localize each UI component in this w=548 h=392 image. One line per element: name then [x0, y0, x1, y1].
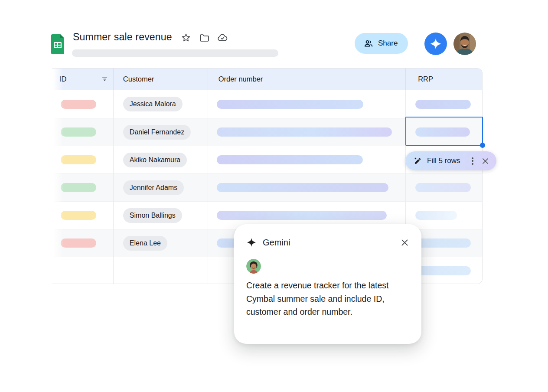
cell-id[interactable] — [52, 118, 114, 146]
page-canvas: Summer sale revenue — [0, 0, 548, 392]
table-row: Jennifer Adams — [52, 173, 482, 201]
cell-customer[interactable]: Akiko Nakamura — [114, 146, 208, 173]
column-header-label: Order number — [219, 75, 263, 83]
google-sheets-icon — [51, 34, 64, 54]
customer-name-chip: Daniel Fernandez — [123, 125, 191, 140]
star-icon[interactable] — [180, 32, 192, 43]
order-placeholder-bar — [217, 183, 388, 192]
customer-name-chip: Simon Ballings — [123, 208, 182, 223]
order-placeholder-bar — [217, 127, 392, 137]
cloud-saved-icon[interactable] — [217, 32, 228, 43]
gemini-star-icon — [246, 237, 257, 248]
fill-rows-chip: Fill 5 rows — [405, 151, 496, 170]
id-placeholder-pill — [61, 238, 96, 248]
fill-handle-dot[interactable] — [480, 143, 485, 148]
table-header-row: IDCustomerOrder numberRRP — [52, 69, 482, 90]
column-header-rrp[interactable]: RRP — [406, 69, 482, 90]
rrp-placeholder-bar — [415, 183, 471, 192]
cell-id[interactable] — [52, 90, 114, 118]
table-row: Jessica Malora — [52, 90, 482, 118]
cell-customer[interactable]: Jessica Malora — [114, 90, 208, 118]
cell-order-number[interactable] — [208, 174, 406, 201]
more-options-icon[interactable] — [469, 156, 476, 166]
cell-rrp-selected[interactable] — [406, 118, 482, 146]
cell-customer[interactable] — [114, 257, 208, 284]
fill-rows-label[interactable]: Fill 5 rows — [427, 157, 460, 165]
cell-customer[interactable]: Simon Ballings — [114, 202, 208, 229]
column-header-label: RRP — [418, 75, 433, 83]
rrp-placeholder-bar — [415, 211, 457, 220]
gemini-spark-button[interactable] — [424, 33, 447, 55]
cell-id[interactable] — [52, 229, 114, 257]
cell-rrp[interactable] — [406, 202, 482, 229]
user-avatar[interactable] — [453, 33, 476, 55]
cell-id[interactable] — [52, 257, 114, 284]
id-placeholder-pill — [61, 127, 96, 137]
order-placeholder-bar — [217, 100, 363, 109]
cell-customer[interactable]: Daniel Fernandez — [114, 118, 208, 146]
gemini-dialog-header: Gemini — [246, 237, 409, 248]
document-title[interactable]: Summer sale revenue — [73, 31, 172, 43]
filter-icon[interactable] — [101, 76, 108, 82]
column-header-label: ID — [59, 75, 67, 83]
id-placeholder-pill — [61, 183, 96, 192]
rrp-placeholder-bar — [415, 127, 470, 137]
magic-pen-icon — [413, 157, 422, 166]
rrp-placeholder-bar — [415, 238, 471, 248]
gemini-spark-icon — [429, 37, 442, 50]
customer-name-chip: Jessica Malora — [123, 97, 183, 111]
column-header-customer[interactable]: Customer — [114, 69, 208, 90]
cell-id[interactable] — [52, 202, 114, 229]
folder-move-icon[interactable] — [199, 32, 210, 43]
column-header-order-number[interactable]: Order number — [208, 69, 406, 90]
share-button-label: Share — [378, 39, 398, 48]
id-placeholder-pill — [61, 155, 96, 164]
cell-rrp[interactable] — [406, 90, 482, 118]
order-placeholder-bar — [217, 211, 387, 220]
people-icon — [363, 38, 374, 49]
share-button[interactable]: Share — [355, 33, 408, 54]
table-row: Daniel Fernandez — [52, 118, 482, 146]
order-placeholder-bar — [217, 155, 363, 164]
customer-name-chip: Elena Lee — [123, 236, 167, 251]
gemini-dialog: Gemini Create a revenue tracker for the — [234, 224, 421, 344]
prompt-user-avatar — [246, 259, 261, 274]
gemini-prompt-text: Create a revenue tracker for the latest … — [246, 279, 413, 319]
title-actions — [180, 32, 228, 43]
cell-customer[interactable]: Elena Lee — [114, 229, 208, 257]
cell-id[interactable] — [52, 174, 114, 201]
cell-order-number[interactable] — [208, 146, 406, 173]
app-bar: Summer sale revenue — [0, 0, 548, 65]
customer-name-chip: Jennifer Adams — [123, 180, 184, 195]
cell-rrp[interactable] — [406, 174, 482, 201]
dismiss-fill-icon[interactable] — [481, 157, 489, 165]
rrp-placeholder-bar — [415, 266, 471, 275]
rrp-placeholder-bar — [415, 100, 471, 109]
gemini-dialog-title: Gemini — [263, 238, 290, 248]
column-header-id[interactable]: ID — [52, 69, 114, 90]
menu-bar-placeholder — [72, 49, 278, 57]
cell-order-number[interactable] — [208, 90, 406, 118]
id-placeholder-pill — [61, 211, 96, 220]
cell-id[interactable] — [52, 146, 114, 173]
id-placeholder-pill — [61, 100, 96, 109]
close-gemini-icon[interactable] — [400, 238, 409, 247]
cell-customer[interactable]: Jennifer Adams — [114, 174, 208, 201]
column-header-label: Customer — [123, 75, 154, 83]
customer-name-chip: Akiko Nakamura — [123, 153, 187, 167]
cell-order-number[interactable] — [208, 118, 406, 146]
